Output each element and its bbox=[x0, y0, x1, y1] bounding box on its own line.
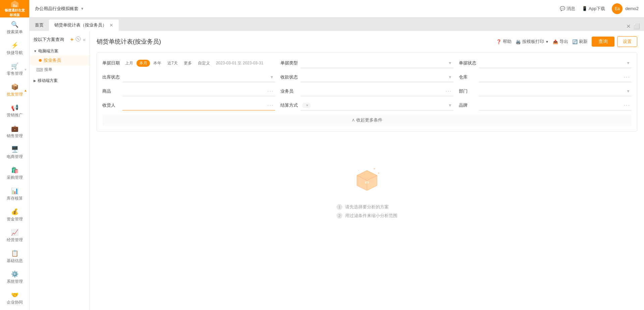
pc-section-title[interactable]: ▼ 电脑端方案 bbox=[30, 47, 90, 55]
export-button[interactable]: 📤 导出 bbox=[553, 39, 568, 45]
product-label: 商品 bbox=[102, 88, 120, 94]
empty-tips: 1 请先选择要分析的方案 2 用过滤条件来缩小分析范围 bbox=[336, 204, 397, 219]
date-tab-last-month[interactable]: 上月 bbox=[122, 60, 136, 67]
scheme-by-salesman[interactable]: 按业务员 bbox=[30, 55, 90, 65]
sidebar-item-sales[interactable]: 💼 销售管理 bbox=[0, 121, 29, 142]
page-title-bar: 销货单统计表(按业务员) ❓ 帮助 🖨️ 按模板打印 ▼ 📤 导出 bbox=[97, 36, 637, 47]
empty-tip-1: 1 请先选择要分析的方案 bbox=[336, 204, 397, 210]
tab-sales-stat[interactable]: 销货单统计表（按业务员） ✕ bbox=[49, 19, 119, 31]
refresh-button[interactable]: 🔄 刷新 bbox=[572, 39, 588, 45]
dept-chevron: ▼ bbox=[626, 89, 630, 94]
date-tab-this-month[interactable]: 本月 bbox=[137, 60, 150, 67]
tip-num-1: 1 bbox=[336, 204, 342, 210]
print-button[interactable]: 🖨️ 按模板打印 ▼ bbox=[516, 39, 549, 45]
app-logo-text: 畅捷通好生意 bbox=[5, 8, 25, 13]
app-download-button[interactable]: 📱 App下载 bbox=[582, 6, 605, 12]
sidebar-item-system[interactable]: ⚙️ 系统管理 bbox=[0, 267, 29, 288]
sidebar-item-guide[interactable]: 🎯 新手引导 bbox=[0, 309, 29, 310]
date-range: 2023-03-01 至 2023-03-31 bbox=[216, 60, 263, 66]
message-button[interactable]: 💬 消息 bbox=[560, 6, 575, 12]
close-tab-action[interactable]: ✕ bbox=[626, 23, 631, 30]
settlement-label: 结算方式 bbox=[280, 102, 298, 108]
scheme-dot bbox=[39, 59, 42, 62]
sidebar-item-enterprise[interactable]: 🤝 企业协同 bbox=[0, 288, 29, 309]
topbar-title: 办公用品行业模拟账套 bbox=[35, 6, 78, 12]
username: demo2 bbox=[625, 6, 639, 11]
scheme-by-order[interactable]: ⌨ 按单 bbox=[30, 65, 90, 74]
dept-select[interactable]: ▼ bbox=[479, 88, 632, 95]
sidebar-item-inventory[interactable]: 📊 库存核算 bbox=[0, 184, 29, 205]
maximize-action[interactable]: ⬜ bbox=[633, 23, 640, 30]
salesman-label: 业务员 bbox=[280, 88, 298, 94]
dept-label: 部门 bbox=[459, 88, 476, 94]
system-icon: ⚙️ bbox=[11, 270, 18, 278]
filter-brand: 品牌 ··· bbox=[459, 100, 632, 110]
out-status-select[interactable]: ▼ bbox=[122, 73, 275, 81]
sidebar-item-operations[interactable]: 📈 经营管理 bbox=[0, 225, 29, 246]
sidebar-item-ecommerce[interactable]: 🖥️ 电商管理 bbox=[0, 142, 29, 163]
salesman-dots[interactable]: ··· bbox=[445, 88, 452, 94]
brand-dots[interactable]: ··· bbox=[624, 102, 630, 108]
filter-row-4: 收货人 ··· 结算方式 bbox=[102, 100, 632, 110]
date-tab-7days[interactable]: 近7天 bbox=[165, 60, 180, 67]
add-scheme-button[interactable]: + bbox=[70, 37, 73, 43]
topbar-arrow[interactable]: ▾ bbox=[81, 6, 84, 11]
doc-status-select[interactable]: ▼ bbox=[479, 59, 632, 67]
sidebar-item-marketing[interactable]: 📢 营销推广 bbox=[0, 101, 29, 121]
help-icon: ❓ bbox=[496, 39, 501, 44]
settlement-tag: × bbox=[302, 103, 311, 108]
brand-label: 品牌 bbox=[459, 102, 476, 108]
scheme-salesman-label: 按业务员 bbox=[44, 57, 61, 63]
sidebar-item-purchase[interactable]: 🛍️ 采购管理 bbox=[0, 163, 29, 184]
collapse-panel-button[interactable]: « bbox=[83, 37, 86, 42]
date-label: 单据日期 bbox=[102, 60, 120, 66]
filter-salesman: 业务员 ··· bbox=[280, 86, 453, 96]
sidebar-item-quick-nav[interactable]: ⚡ 快捷导航 bbox=[0, 38, 29, 59]
salesman-select[interactable]: ··· bbox=[301, 87, 453, 96]
product-select[interactable]: ··· bbox=[122, 87, 275, 96]
brand-select[interactable]: ··· bbox=[479, 101, 632, 110]
sidebar-item-basic-info[interactable]: 📋 基础信息 bbox=[0, 246, 29, 267]
settlement-clear-button[interactable]: × bbox=[306, 103, 308, 108]
sidebar-item-wholesale[interactable]: 📦 批发管理 ▲ bbox=[0, 80, 29, 101]
refresh-label: 刷新 bbox=[579, 39, 588, 45]
query-button[interactable]: 查询 bbox=[592, 37, 614, 47]
quick-nav-icon: ⚡ bbox=[11, 42, 18, 49]
collapse-bar[interactable]: ∧ 收起更多条件 bbox=[102, 114, 632, 126]
topbar-right: 💬 消息 📱 App下载 Ea demo2 bbox=[560, 3, 639, 14]
warehouse-dots[interactable]: ··· bbox=[624, 74, 630, 80]
pay-status-select[interactable]: ▼ bbox=[301, 73, 453, 81]
doc-type-label: 单据类型 bbox=[280, 60, 298, 66]
right-panel: 销货单统计表(按业务员) ❓ 帮助 🖨️ 按模板打印 ▼ 📤 导出 bbox=[90, 31, 644, 310]
receiver-select[interactable]: ··· bbox=[122, 101, 275, 110]
mobile-section-title[interactable]: ▶ 移动端方案 bbox=[30, 76, 90, 85]
sidebar-item-retail[interactable]: 🛒 零售管理 ▼ bbox=[0, 59, 29, 80]
doc-type-control: ▼ bbox=[301, 58, 453, 68]
sidebar-item-finance[interactable]: 💰 资金管理 bbox=[0, 205, 29, 225]
tip-num-2: 2 bbox=[336, 213, 342, 219]
tip-text-2: 用过滤条件来缩小分析范围 bbox=[345, 213, 397, 219]
warehouse-select[interactable]: ··· bbox=[479, 73, 632, 82]
date-tab-custom[interactable]: 自定义 bbox=[195, 60, 213, 67]
pc-section: ▼ 电脑端方案 按业务员 ⌨ 按单 bbox=[30, 47, 90, 74]
receiver-label: 收货人 bbox=[102, 102, 120, 108]
settlement-select[interactable]: × ▼ bbox=[301, 101, 453, 109]
user-menu[interactable]: Ea demo2 bbox=[612, 3, 639, 14]
sidebar-item-search[interactable]: 🔍 搜索菜单 bbox=[0, 17, 29, 38]
date-tab-more[interactable]: 更多 bbox=[181, 60, 195, 67]
receiver-dots[interactable]: ··· bbox=[267, 102, 274, 108]
logo-icon bbox=[9, 0, 20, 7]
doc-type-select[interactable]: ▼ bbox=[301, 59, 453, 67]
brand-control: ··· bbox=[479, 100, 632, 110]
collapse-icon: ∧ bbox=[352, 117, 355, 122]
tabbar: 首页 销货单统计表（按业务员） ✕ ✕ ⬜ bbox=[30, 17, 644, 31]
help-button[interactable]: ❓ 帮助 bbox=[496, 39, 512, 45]
wholesale-icon: 📦 bbox=[11, 83, 18, 91]
svg-point-9 bbox=[358, 170, 359, 171]
edit-scheme-button[interactable]: ✎ bbox=[75, 36, 81, 43]
date-tab-this-year[interactable]: 本年 bbox=[151, 60, 164, 67]
settings-button[interactable]: 设置 bbox=[617, 36, 637, 47]
product-dots[interactable]: ··· bbox=[267, 88, 274, 94]
tab-home[interactable]: 首页 bbox=[30, 19, 49, 31]
tab-close-button[interactable]: ✕ bbox=[109, 22, 113, 28]
